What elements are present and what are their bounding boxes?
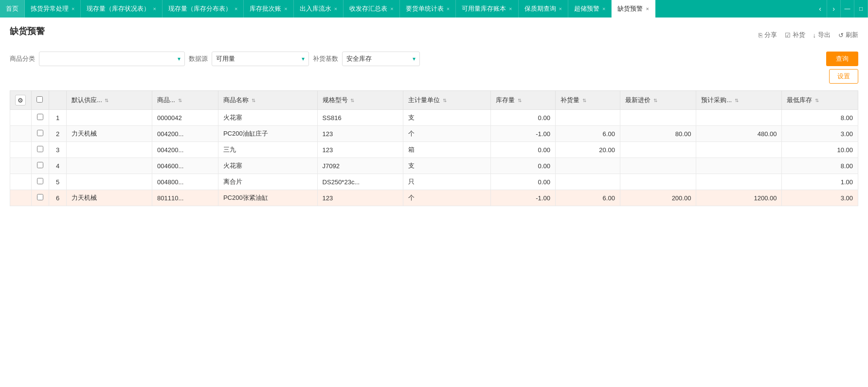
td-replenish-5: 6.00	[555, 190, 620, 206]
min-stock-sort-icon[interactable]: ⇅	[815, 98, 819, 103]
td-unit-2: 箱	[403, 142, 490, 158]
row-checkbox-0[interactable]	[37, 114, 43, 120]
tab-close-refine[interactable]: ×	[72, 6, 74, 12]
nav-tab-label: 出入库流水	[300, 4, 331, 13]
td-supplier-4	[67, 174, 152, 190]
td-supplier-3	[67, 158, 152, 174]
table-row: 1 0000042 火花塞 SS816 支 0.00 8.00	[10, 110, 858, 126]
nav-tab-collection[interactable]: 收发存汇总表×	[344, 0, 399, 18]
td-stock-2: 0.00	[490, 142, 555, 158]
tab-close-inout-flow[interactable]: ×	[334, 6, 337, 12]
replenish-button[interactable]: ☑ 补货	[785, 31, 805, 39]
td-spec-4: DS250*23c...	[317, 174, 403, 190]
tab-close-batch[interactable]: ×	[284, 6, 287, 12]
query-button[interactable]: 查询	[826, 52, 858, 66]
select-all-checkbox[interactable]	[36, 96, 43, 103]
table-settings-icon[interactable]: ⚙	[15, 95, 26, 106]
supplier-sort-icon[interactable]: ⇅	[105, 98, 108, 103]
td-est-purchase-1: 480.00	[696, 126, 782, 142]
td-rownum-3: 4	[49, 158, 67, 174]
tab-close-inventory-status[interactable]: ×	[153, 6, 156, 12]
nav-tab-inventory-status[interactable]: 现存量（库存状况表）×	[81, 0, 162, 18]
nav-prev-button[interactable]: ‹	[814, 0, 827, 18]
data-table: ⚙ 默认供应... ⇅ 商品... ⇅ 商品名称 ⇅	[10, 90, 858, 206]
td-goods-name-5: PC200张紧油缸	[218, 190, 317, 206]
td-unit-5: 个	[403, 190, 490, 206]
refresh-icon: ↺	[838, 32, 844, 39]
nav-tab-requisition[interactable]: 要货单统计表×	[400, 0, 456, 18]
replenish-icon: ☑	[785, 32, 791, 39]
th-goods-code: 商品... ⇅	[152, 91, 218, 110]
td-rownum-5: 6	[49, 190, 67, 206]
td-est-purchase-3	[696, 158, 782, 174]
nav-tab-overstock[interactable]: 超储预警×	[568, 0, 612, 18]
td-est-purchase-4	[696, 174, 782, 190]
est-purchase-sort-icon[interactable]: ⇅	[735, 98, 739, 103]
tab-close-expiry[interactable]: ×	[559, 6, 562, 12]
goods-name-sort-icon[interactable]: ⇅	[252, 98, 255, 103]
spec-sort-icon[interactable]: ⇅	[350, 98, 354, 103]
td-goods-name-4: 离合片	[218, 174, 317, 190]
replenish-sort-icon[interactable]: ⇅	[582, 98, 586, 103]
category-select[interactable]: ▾	[39, 52, 185, 66]
nav-tab-shortage[interactable]: 缺货预警×	[612, 0, 655, 18]
nav-minimize-button[interactable]: —	[841, 0, 854, 18]
nav-tab-batch[interactable]: 库存批次账×	[244, 0, 293, 18]
tab-close-overstock[interactable]: ×	[602, 6, 605, 12]
stock-sort-icon[interactable]: ⇅	[518, 98, 522, 103]
nav-tab-inventory-dist[interactable]: 现存量（库存分布表）×	[163, 0, 244, 18]
row-checkbox-5[interactable]	[37, 194, 43, 200]
tab-close-available-ledger[interactable]: ×	[509, 6, 512, 12]
td-goods-code-5: 801110...	[152, 190, 218, 206]
nav-tab-expiry[interactable]: 保质期查询×	[519, 0, 568, 18]
table-row: 6 力天机械 801110... PC200张紧油缸 123 个 -1.00 6…	[10, 190, 858, 206]
td-rownum-1: 2	[49, 126, 67, 142]
nav-tab-home[interactable]: 首页	[0, 0, 25, 18]
settings-button[interactable]: 设置	[829, 69, 858, 84]
td-checkbox-3	[32, 158, 49, 174]
td-latest-price-3	[620, 158, 696, 174]
goods-code-sort-icon[interactable]: ⇅	[178, 98, 182, 103]
refresh-button[interactable]: ↺ 刷新	[838, 31, 858, 39]
nav-maximize-button[interactable]: □	[854, 0, 868, 18]
td-checkbox-4	[32, 174, 49, 190]
td-replenish-1: 6.00	[555, 126, 620, 142]
row-checkbox-1[interactable]	[37, 130, 43, 136]
row-checkbox-4[interactable]	[37, 178, 43, 184]
table-row: 4 004600... 火花塞 J7092 支 0.00 8.00	[10, 158, 858, 174]
nav-tab-refine[interactable]: 拣货异常处理×	[25, 0, 81, 18]
td-goods-name-3: 火花塞	[218, 158, 317, 174]
td-unit-3: 支	[403, 158, 490, 174]
td-latest-price-2	[620, 142, 696, 158]
nav-tab-label: 可用量库存账本	[462, 4, 506, 13]
unit-sort-icon[interactable]: ⇅	[443, 98, 447, 103]
td-goods-code-1: 004200...	[152, 126, 218, 142]
nav-next-button[interactable]: ›	[827, 0, 841, 18]
export-button[interactable]: ↓ 导出	[813, 31, 831, 39]
row-checkbox-3[interactable]	[37, 162, 43, 168]
td-goods-code-3: 004600...	[152, 158, 218, 174]
category-filter-label: 商品分类	[10, 54, 35, 63]
td-latest-price-5: 200.00	[620, 190, 696, 206]
td-stock-0: 0.00	[490, 110, 555, 126]
latest-price-sort-icon[interactable]: ⇅	[653, 98, 657, 103]
nav-tab-inout-flow[interactable]: 出入库流水×	[294, 0, 344, 18]
datasource-filter-label: 数据源	[189, 54, 208, 63]
tab-close-collection[interactable]: ×	[390, 6, 393, 12]
th-min-stock-label: 最低库存	[787, 96, 812, 104]
row-checkbox-2[interactable]	[37, 146, 43, 152]
export-icon: ↓	[813, 32, 816, 39]
th-goods-name-label: 商品名称	[223, 96, 249, 104]
tab-close-inventory-dist[interactable]: ×	[235, 6, 237, 12]
td-goods-name-1: PC200油缸庄子	[218, 126, 317, 142]
th-rownum	[49, 91, 67, 110]
tab-close-requisition[interactable]: ×	[447, 6, 450, 12]
td-spec-0: SS816	[317, 110, 403, 126]
share-button[interactable]: ⎘ 分享	[759, 31, 777, 39]
replenish-base-select[interactable]: 安全库存 ▾	[342, 52, 420, 66]
td-supplier-5: 力天机械	[67, 190, 152, 206]
nav-tab-available-ledger[interactable]: 可用量库存账本×	[456, 0, 518, 18]
datasource-select[interactable]: 可用量 ▾	[212, 52, 309, 66]
tab-close-shortage[interactable]: ×	[646, 6, 649, 12]
nav-tab-label: 收发存汇总表	[349, 4, 387, 13]
